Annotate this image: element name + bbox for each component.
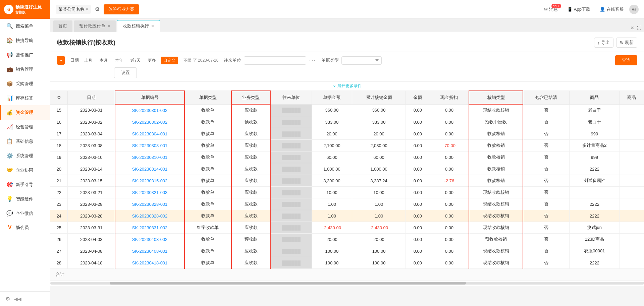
date-range-display: 不限 至 2023-07-26 [183,58,218,63]
sidebar-bottom: ⚙ ◀◀ [0,291,50,306]
this-year-btn[interactable]: 本年 [112,57,126,64]
cell-amount: 333.00 [312,116,352,128]
industry-btn[interactable]: 体验行业方案 [104,4,139,14]
cell-amount: -2,430.00 [312,222,352,234]
cell-partner: ██████ [271,198,312,210]
doc-no-link[interactable]: SK-20230308-001 [132,143,168,148]
doc-no-link[interactable]: SK-20230302-002 [132,120,168,125]
last-month-btn[interactable]: 上月 [82,57,95,64]
gear-icon[interactable]: ⚙ [95,6,100,12]
cell-balance: 0.00 [406,198,430,210]
scrollbar-thumb[interactable] [110,282,466,285]
settings-btn[interactable]: 设置 [114,67,137,78]
doc-no-link[interactable]: SK-20230314-001 [132,167,168,172]
cell-include-settled: 否 [523,210,569,222]
user-avatar[interactable]: Rit [629,5,639,14]
doc-no-link[interactable]: SK-20230328-001 [132,202,168,207]
doc-no-link[interactable]: SK-20230328-002 [132,213,168,219]
online-service-btn[interactable]: 👤 在线客服 [600,6,624,12]
cell-cash-discount: 0.00 [430,210,469,222]
tab-pre-payment-label: 预付款应付单 [79,23,105,29]
cell-offset-type: 预收款核销 [469,234,523,245]
doc-no-link[interactable]: SK-20230315-002 [132,178,168,183]
refresh-btn[interactable]: ↻ 刷新 [616,38,637,48]
horizontal-scrollbar[interactable] [50,282,644,285]
logo-icon: 6 [4,5,13,14]
custom-date-btn[interactable]: 自定义 [161,57,178,64]
sidebar-item-member[interactable]: V 畅会员 [0,221,50,235]
table-row: 192023-03-10SK-20230310-001收款单应收款██████6… [50,151,644,163]
voucher-type-select[interactable] [341,56,382,65]
topbar: 某某公司名称 ▾ ⚙ 体验行业方案 ✉ 消息 99+ 📱 App下载 👤 在线客… [50,0,644,19]
sidebar-item-corp[interactable]: 🤝 企业协同 [0,163,50,177]
company-selector[interactable]: 某某公司名称 ▾ [56,5,91,14]
sidebar-item-marketing[interactable]: 📢 营销推广 [0,48,50,62]
message-btn[interactable]: ✉ 消息 99+ [544,6,558,12]
query-btn[interactable]: 查询 [615,55,637,65]
expand-conditions-bar[interactable]: ∨ 展开更多条件 [50,82,644,90]
cell-no: 19 [50,151,68,163]
cell-total-offset: 100.00 [352,257,406,269]
collapse-sidebar-btn[interactable]: ◀◀ [14,296,21,302]
sidebar-item-basic[interactable]: 📋 基础信息 [0,134,50,148]
filter-expand-left-btn[interactable]: » [57,56,65,65]
doc-no-link[interactable]: SK-20230301-002 [132,108,168,113]
doc-no-link[interactable]: SK-20230408-001 [132,249,168,254]
sidebar-item-operation[interactable]: 📈 经营管理 [0,120,50,134]
sidebar-item-wechat[interactable]: 💬 企业微信 [0,206,50,221]
cell-offset-type: 现结收款核销 [469,104,523,116]
tab-pre-payment[interactable]: 预付款应付单 ✕ [74,20,116,32]
mobile-icon: 📱 [567,7,573,12]
more-options-dots[interactable]: ··· [309,57,316,64]
app-download-btn[interactable]: 📱 App下载 [567,6,590,12]
sidebar-logo: 6 畅康道好生意 标推版 [0,0,50,19]
table-scroll[interactable]: ⚙ 日期 单据编号 单据类型 业务类型 往来单位 单据金额 累计核销金额 余额 … [50,90,644,286]
cell-doc-type: 收款单 [184,257,231,269]
sidebar-item-hardware[interactable]: 💡 智能硬件 [0,192,50,206]
partner-input[interactable] [244,56,306,65]
sidebar-item-guide[interactable]: 🎯 新手引导 [0,177,50,192]
cell-offset-type: 收款核销 [469,163,523,175]
purchase-icon: 📦 [6,80,13,87]
cell-offset-type: 收款核销 [469,128,523,140]
tab-pre-payment-close[interactable]: ✕ [107,24,111,28]
tab-payment-exec[interactable]: 收款核销执行 ✕ [117,20,160,32]
cell-no: 22 [50,187,68,198]
export-btn[interactable]: ↑ 导出 [594,38,614,48]
sidebar-item-sales[interactable]: 💼 销售管理 [0,62,50,76]
sidebar-item-search[interactable]: 🔍 搜索菜单 [0,19,50,33]
doc-no-link[interactable]: SK-20230403-002 [132,237,168,242]
sidebar-item-finance[interactable]: 💰 资金管理 [0,105,50,120]
tab-expand-icon[interactable]: ⛶ [637,25,641,30]
doc-no-link[interactable]: SK-20230331-002 [132,225,168,230]
sidebar-item-system[interactable]: ⚙️ 系统管理 [0,148,50,163]
cell-no: 17 [50,128,68,140]
th-include-settled: 包含已结清 [523,91,569,104]
doc-no-link[interactable]: SK-20230418-001 [132,260,168,265]
last7-btn[interactable]: 近7天 [128,57,144,64]
cell-total-offset: 20.00 [352,128,406,140]
more-dates-btn[interactable]: 更多 [145,57,159,64]
sidebar-item-inventory[interactable]: 📊 库存核算 [0,91,50,105]
cell-offset-type: 现结收款核销 [469,187,523,198]
cell-goods: 2222 [570,198,620,210]
tab-payment-exec-close[interactable]: ✕ [151,24,154,28]
sidebar-item-purchase[interactable]: 📦 采购管理 [0,76,50,91]
sidebar-item-quick-nav[interactable]: 🏠 快捷导航 [0,33,50,48]
table-row: 262023-04-03SK-20230403-002收款单预收款██████2… [50,234,644,245]
cell-include-settled: 否 [523,175,569,187]
cell-doc-no: SK-20230403-002 [115,234,184,245]
doc-no-link[interactable]: SK-20230321-003 [132,190,168,195]
doc-no-link[interactable]: SK-20230304-001 [132,131,168,136]
cell-offset-type: 收款核销 [469,151,523,163]
this-month-btn[interactable]: 本月 [97,57,110,64]
doc-no-link[interactable]: SK-20230310-001 [132,155,168,160]
table-row: 202023-03-14SK-20230314-001收款单应收款██████1… [50,163,644,175]
settings-icon[interactable]: ⚙ [5,296,10,302]
tab-close-all-icon[interactable]: ✕ [631,25,634,30]
sidebar-nav: 🔍 搜索菜单 🏠 快捷导航 📢 营销推广 💼 销售管理 📦 采购管理 📊 库存核… [0,19,50,291]
cell-offset-type: 现结收款核销 [469,210,523,222]
tab-home[interactable]: 首页 [53,20,72,32]
cell-include-settled: 否 [523,222,569,234]
page-actions: ↑ 导出 ↻ 刷新 [594,38,638,48]
